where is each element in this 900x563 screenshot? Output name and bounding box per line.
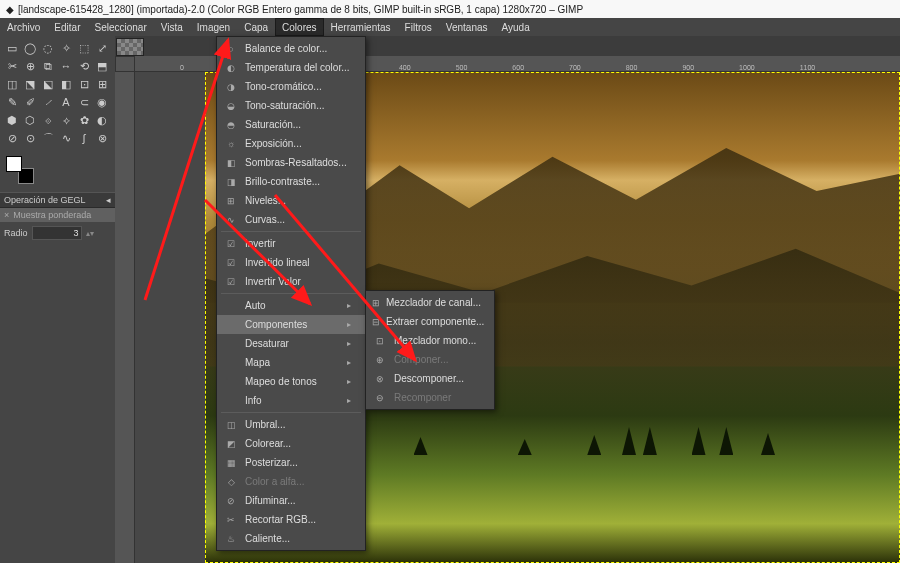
tool-button[interactable]: ∫ [76, 130, 92, 146]
tool-button[interactable]: ◧ [58, 76, 74, 92]
menu-item[interactable]: ◒Tono-saturación... [217, 96, 365, 115]
tool-button[interactable]: ✐ [22, 94, 38, 110]
menu-item[interactable]: Info▸ [217, 391, 365, 410]
tool-button[interactable]: ✎ [4, 94, 20, 110]
tool-button[interactable]: ⟲ [76, 58, 92, 74]
menu-colores[interactable]: Colores [275, 18, 323, 36]
tool-button[interactable]: ◐ [94, 112, 110, 128]
tool-button[interactable]: ⬔ [22, 76, 38, 92]
menu-item[interactable]: ◐Temperatura del color... [217, 58, 365, 77]
menu-item[interactable]: ⊕Componer... [366, 350, 494, 369]
menu-item[interactable]: ▦Posterizar... [217, 453, 365, 472]
tool-button[interactable]: ⧉ [40, 58, 56, 74]
colors-menu[interactable]: ○Balance de color...◐Temperatura del col… [216, 36, 366, 551]
image-tab[interactable] [116, 38, 144, 56]
menu-item[interactable]: ⊟Extraer componente... [366, 312, 494, 331]
components-submenu[interactable]: ⊞Mezclador de canal...⊟Extraer component… [365, 290, 495, 410]
menu-item[interactable]: ◓Saturación... [217, 115, 365, 134]
menu-item[interactable]: Componentes▸ [217, 315, 365, 334]
menu-item-label: Sombras-Resaltados... [245, 157, 347, 168]
menu-item[interactable]: ∿Curvas... [217, 210, 365, 229]
menu-item[interactable]: ○Balance de color... [217, 39, 365, 58]
tool-button[interactable]: ⊡ [76, 76, 92, 92]
menu-item[interactable]: ◧Sombras-Resaltados... [217, 153, 365, 172]
tool-button[interactable]: ⬡ [22, 112, 38, 128]
tool-button[interactable]: A [58, 94, 74, 110]
menu-item[interactable]: ☼Exposición... [217, 134, 365, 153]
tool-button[interactable]: ⊗ [94, 130, 110, 146]
tool-button[interactable]: ⤢ [94, 40, 110, 56]
tool-button[interactable]: ⊙ [22, 130, 38, 146]
tool-button[interactable]: ⟐ [40, 112, 56, 128]
tool-button[interactable]: ✧ [58, 40, 74, 56]
menu-item[interactable]: ◫Umbral... [217, 415, 365, 434]
tool-button[interactable]: ⟋ [40, 94, 56, 110]
tool-button[interactable]: ▭ [4, 40, 20, 56]
menu-filtros[interactable]: Filtros [398, 18, 439, 36]
menu-archivo[interactable]: Archivo [0, 18, 47, 36]
window-title: [landscape-615428_1280] (importada)-2.0 … [18, 4, 583, 15]
menu-item[interactable]: ⊡Mezclador mono... [366, 331, 494, 350]
menu-vista[interactable]: Vista [154, 18, 190, 36]
menu-item[interactable]: Auto▸ [217, 296, 365, 315]
ruler-corner [115, 56, 135, 72]
tool-button[interactable]: ✿ [76, 112, 92, 128]
menu-item[interactable]: ◩Colorear... [217, 434, 365, 453]
menu-item-label: Recomponer [394, 392, 451, 403]
tool-button[interactable]: ⊞ [94, 76, 110, 92]
tool-button[interactable]: ⬒ [94, 58, 110, 74]
menu-item[interactable]: ☑Invertir Valor [217, 272, 365, 291]
menu-item-label: Componentes [245, 319, 307, 330]
tool-button[interactable]: ⟡ [58, 112, 74, 128]
tool-button[interactable]: ⊂ [76, 94, 92, 110]
menu-item-label: Auto [245, 300, 266, 311]
menu-item[interactable]: Mapa▸ [217, 353, 365, 372]
dock-subtitle[interactable]: ×Muestra ponderada [0, 208, 115, 222]
tool-button[interactable]: ⌒ [40, 130, 56, 146]
menu-seleccionar[interactable]: Seleccionar [87, 18, 153, 36]
menu-item[interactable]: ◇Color a alfa... [217, 472, 365, 491]
spinner-icon[interactable]: ▴▾ [86, 229, 94, 238]
menu-item-label: Info [245, 395, 262, 406]
radius-input[interactable] [32, 226, 82, 240]
tool-button[interactable]: ◌ [40, 40, 56, 56]
tool-button[interactable]: ∿ [58, 130, 74, 146]
menu-item[interactable]: ⊗Descomponer... [366, 369, 494, 388]
dock-arrow-icon[interactable]: ◂ [106, 195, 111, 205]
menu-item[interactable]: ⊘Difuminar... [217, 491, 365, 510]
menu-item[interactable]: Desaturar▸ [217, 334, 365, 353]
menu-item[interactable]: ◨Brillo-contraste... [217, 172, 365, 191]
tool-button[interactable]: ↔ [58, 58, 74, 74]
tool-button[interactable]: ◯ [22, 40, 38, 56]
menu-ventanas[interactable]: Ventanas [439, 18, 495, 36]
tool-button[interactable]: ⊕ [22, 58, 38, 74]
tool-button[interactable]: ◉ [94, 94, 110, 110]
ruler-vertical[interactable] [115, 72, 135, 563]
tool-button[interactable]: ⬚ [76, 40, 92, 56]
tool-button[interactable]: ⊘ [4, 130, 20, 146]
menu-item[interactable]: ⊖Recomponer [366, 388, 494, 407]
dock-close-icon[interactable]: × [4, 210, 9, 220]
menu-item[interactable]: ♨Caliente... [217, 529, 365, 548]
menu-imagen[interactable]: Imagen [190, 18, 237, 36]
color-swatches[interactable] [6, 156, 34, 184]
tool-button[interactable]: ✂ [4, 58, 20, 74]
tool-button[interactable]: ⬕ [40, 76, 56, 92]
menu-item[interactable]: ⊞Mezclador de canal... [366, 293, 494, 312]
menu-item[interactable]: ⊞Niveles... [217, 191, 365, 210]
menu-ayuda[interactable]: Ayuda [495, 18, 537, 36]
tool-button[interactable]: ◫ [4, 76, 20, 92]
menu-item[interactable]: ✂Recortar RGB... [217, 510, 365, 529]
menubar[interactable]: ArchivoEditarSeleccionarVistaImagenCapaC… [0, 18, 900, 36]
menu-item-label: Desaturar [245, 338, 289, 349]
menu-editar[interactable]: Editar [47, 18, 87, 36]
menu-herramientas[interactable]: Herramientas [324, 18, 398, 36]
menu-capa[interactable]: Capa [237, 18, 275, 36]
menu-item[interactable]: ◑Tono-cromático... [217, 77, 365, 96]
fg-color-swatch[interactable] [6, 156, 22, 172]
tool-button[interactable]: ⬢ [4, 112, 20, 128]
menu-item[interactable]: ☑Invertido lineal [217, 253, 365, 272]
menu-item[interactable]: Mapeo de tonos▸ [217, 372, 365, 391]
menu-item[interactable]: ☑Invertir [217, 234, 365, 253]
menu-item-label: Posterizar... [245, 457, 298, 468]
